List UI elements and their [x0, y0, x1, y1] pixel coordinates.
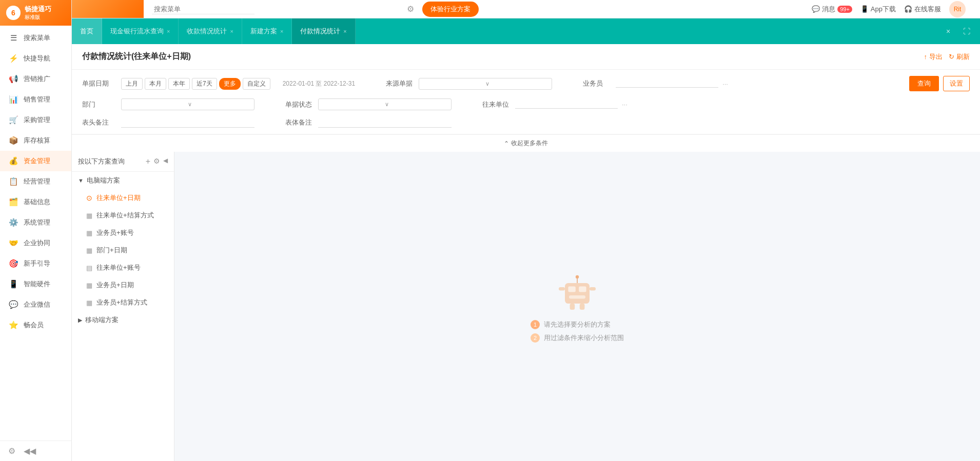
filter-settings-button[interactable]: 设置 — [943, 76, 970, 91]
sidebar-item-purchase[interactable]: 🛒 采购管理 — [0, 110, 71, 130]
scheme-group-desktop-header[interactable]: ▼ 电脑端方案 — [72, 172, 174, 189]
tab-label-receipt-stats: 收款情况统计 — [187, 27, 227, 36]
settings-footer-icon[interactable]: ⚙ — [8, 446, 15, 456]
scheme-item-sales-date[interactable]: ▦ 业务员+日期 — [72, 276, 174, 294]
doc-status-select[interactable]: ∨ — [318, 98, 452, 110]
date-btn-last-month[interactable]: 上月 — [121, 78, 143, 90]
svg-point-5 — [576, 275, 579, 278]
sidebar-icon-member: ⭐ — [8, 320, 18, 330]
action-buttons: 查询 设置 — [909, 76, 970, 91]
sidebar-item-wechat[interactable]: 💬 企业微信 — [0, 294, 71, 315]
partner-input-wrapper — [515, 101, 618, 109]
close-window-icon[interactable]: × — [943, 26, 953, 36]
date-range-display: 2022-01-01 至 2022-12-31 — [283, 79, 355, 88]
sidebar-icon-wechat: 💬 — [8, 299, 18, 310]
nav-tab-home[interactable]: 首页 — [72, 18, 102, 44]
sidebar-item-guide[interactable]: 🎯 新手引导 — [0, 253, 71, 274]
sidebar-label-operation: 经营管理 — [24, 177, 50, 186]
top-settings-icon[interactable]: ⚙ — [407, 4, 414, 14]
nav-tab-new-scheme[interactable]: 新建方案× — [242, 18, 292, 44]
sidebar-item-member[interactable]: ⭐ 畅会员 — [0, 315, 71, 335]
scheme-item-dept-date[interactable]: ▦ 部门+日期 — [72, 242, 174, 259]
scheme-item-partner-date[interactable]: ⊙ 往来单位+日期 — [72, 189, 174, 207]
sidebar-item-marketing[interactable]: 📢 营销推广 — [0, 69, 71, 89]
sidebar-item-basic[interactable]: 🗂️ 基础信息 — [0, 192, 71, 212]
sidebar-icon-system: ⚙️ — [8, 217, 18, 228]
sidebar-item-system[interactable]: ⚙️ 系统管理 — [0, 212, 71, 233]
salesperson-dots-icon[interactable]: ··· — [722, 80, 728, 88]
app-download-btn[interactable]: 📱 App下载 — [860, 5, 896, 14]
refresh-button[interactable]: ↻ 刷新 — [949, 52, 970, 62]
nav-right-controls: × ⛶ — [935, 26, 980, 36]
desktop-group-label: 电脑端方案 — [87, 176, 120, 185]
sidebar-item-quick-nav[interactable]: ⚡ 快捷导航 — [0, 48, 71, 69]
export-button[interactable]: ↑ 导出 — [924, 52, 943, 62]
dept-select[interactable]: ∨ — [121, 98, 254, 110]
filter-main: 单据日期 上月 本月 本年 近7天 更多 自定义 2022-01-01 至 20… — [72, 70, 980, 134]
trial-button[interactable]: 体验行业方案 — [422, 2, 479, 17]
sidebar-label-marketing: 营销推广 — [24, 74, 50, 84]
collapse-more-bar[interactable]: ⌃ 收起更多条件 — [72, 134, 980, 152]
tab-close-payment-stats[interactable]: × — [343, 28, 346, 34]
nav-tabs-list: 首页现金银行流水查询×收款情况统计×新建方案×付款情况统计× — [72, 18, 356, 44]
source-label: 来源单据 — [386, 79, 415, 88]
sidebar-label-wechat: 企业微信 — [24, 300, 50, 309]
tab-close-new-scheme[interactable]: × — [280, 28, 283, 34]
svg-rect-7 — [590, 287, 596, 290]
date-label: 单据日期 — [82, 79, 111, 88]
date-btn-this-year[interactable]: 本年 — [168, 78, 190, 90]
scheme-item-partner-settlement[interactable]: ▦ 往来单位+结算方式 — [72, 207, 174, 224]
scheme-item-partner-account[interactable]: ▤ 往来单位+账号 — [72, 259, 174, 276]
mobile-arrow-icon: ▶ — [78, 317, 82, 324]
scheme-item-icon-2: ▦ — [86, 229, 92, 237]
sidebar-item-inventory[interactable]: 📦 库存核算 — [0, 130, 71, 151]
search-input[interactable] — [152, 4, 254, 14]
header-note-input[interactable] — [121, 117, 254, 128]
body-note-input[interactable] — [318, 117, 452, 128]
sidebar-item-collab[interactable]: 🤝 企业协同 — [0, 233, 71, 253]
date-btn-custom[interactable]: 自定义 — [243, 78, 270, 90]
collapse-sidebar-icon[interactable]: ◀◀ — [24, 446, 36, 456]
source-select[interactable]: ∨ — [419, 78, 552, 90]
message-btn[interactable]: 💬 消息 99+ — [812, 5, 852, 14]
query-button[interactable]: 查询 — [909, 76, 939, 91]
body-note-group: 表体备注 — [285, 117, 452, 128]
sidebar-icon-quick-nav: ⚡ — [8, 53, 18, 64]
sidebar-item-search[interactable]: ☰ 搜索菜单 — [0, 28, 71, 48]
date-btn-7days[interactable]: 近7天 — [192, 78, 217, 90]
sidebar-item-finance[interactable]: 💰 资金管理 — [0, 151, 71, 171]
logo-text: 畅捷通巧 标准版 — [25, 5, 51, 21]
date-btn-more[interactable]: 更多 — [219, 78, 241, 90]
sidebar-icon-guide: 🎯 — [8, 258, 18, 269]
empty-illustration — [552, 271, 603, 312]
nav-tab-receipt-stats[interactable]: 收款情况统计× — [179, 18, 242, 44]
tab-label-payment-stats: 付款情况统计 — [300, 27, 340, 36]
sidebar-item-sales[interactable]: 📊 销售管理 — [0, 89, 71, 110]
sidebar-item-operation[interactable]: 📋 经营管理 — [0, 171, 71, 192]
tab-close-bank-flow[interactable]: × — [167, 28, 170, 34]
nav-tab-payment-stats[interactable]: 付款情况统计× — [292, 18, 355, 44]
search-icon: ☰ — [8, 33, 18, 43]
date-btn-this-month[interactable]: 本月 — [145, 78, 166, 90]
user-avatar[interactable]: Rit — [949, 1, 966, 17]
partner-dots-icon[interactable]: ··· — [622, 101, 628, 108]
header-note-label: 表头备注 — [82, 118, 111, 127]
expand-window-icon[interactable]: ⛶ — [962, 26, 972, 36]
partner-input[interactable] — [515, 101, 618, 108]
scheme-item-sales-account[interactable]: ▦ 业务员+账号 — [72, 224, 174, 242]
scheme-settings-icon[interactable]: ⚙ — [153, 157, 160, 166]
sidebar-item-hardware[interactable]: 📱 智能硬件 — [0, 274, 71, 294]
data-area: 1 请先选择要分析的方案 2 用过滤条件来缩小分析范围 — [174, 152, 980, 461]
nav-tab-bank-flow[interactable]: 现金银行流水查询× — [102, 18, 179, 44]
scheme-add-icon[interactable]: + — [146, 157, 150, 166]
scheme-item-sales-settlement[interactable]: ▦ 业务员+结算方式 — [72, 294, 174, 311]
tab-close-receipt-stats[interactable]: × — [230, 28, 233, 34]
online-service-btn[interactable]: 🎧 在线客服 — [904, 5, 941, 14]
top-search-bar: ⚙ 体验行业方案 💬 消息 99+ 📱 App下载 🎧 在线客服 — [72, 0, 980, 18]
scheme-group-mobile-header[interactable]: ▶ 移动端方案 — [72, 311, 174, 329]
salesperson-input[interactable] — [616, 79, 718, 87]
app-logo: 6 畅捷通巧 标准版 — [0, 0, 71, 26]
sidebar-footer: ⚙ ◀◀ — [0, 440, 71, 461]
scheme-collapse-icon[interactable]: ◀ — [163, 157, 168, 166]
svg-rect-8 — [570, 304, 575, 310]
